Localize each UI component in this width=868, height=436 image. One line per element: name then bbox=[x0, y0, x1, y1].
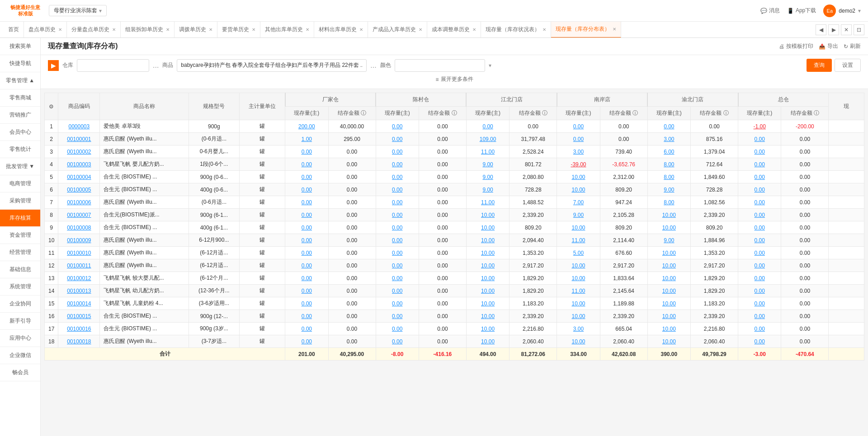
refresh-btn[interactable]: ↻ 刷新 bbox=[844, 42, 861, 50]
cell-jb-amount: 31,797.48 bbox=[509, 133, 557, 145]
product-code-link[interactable]: 00100012 bbox=[67, 275, 91, 281]
sidebar-item-marketing[interactable]: 营销推广 bbox=[0, 107, 40, 124]
sidebar-item-finance[interactable]: 资金管理 bbox=[0, 227, 40, 244]
tab-assemble[interactable]: 组装拆卸单历史✕ bbox=[121, 22, 175, 38]
cell-yb-stock: 10.00 bbox=[647, 259, 690, 272]
cell-name: 合生元 (BIOSTIME) ... bbox=[100, 323, 189, 335]
product-code-link[interactable]: 00100011 bbox=[67, 263, 91, 269]
product-code-link[interactable]: 0000003 bbox=[68, 123, 90, 130]
tab-other-out-close[interactable]: ✕ bbox=[306, 27, 309, 32]
cell-zc-stock: 0.00 bbox=[738, 272, 781, 285]
sidebar-item-apps[interactable]: 应用中心 bbox=[0, 330, 40, 347]
tab-purchase-out-close[interactable]: ✕ bbox=[252, 27, 255, 32]
sidebar-item-ops[interactable]: 经营管理 bbox=[0, 244, 40, 261]
product-code-link[interactable]: 00100014 bbox=[67, 300, 91, 307]
sidebar-item-retail-stats[interactable]: 零售统计 bbox=[0, 141, 40, 158]
tab-stock-dist-close[interactable]: ✕ bbox=[613, 27, 616, 32]
sidebar-item-search[interactable]: 搜索英单 bbox=[0, 38, 40, 55]
tab-cost-adjust-close[interactable]: ✕ bbox=[472, 27, 476, 32]
export-btn[interactable]: 📤 导出 bbox=[819, 42, 838, 50]
color-dropdown-icon[interactable]: ▾ bbox=[489, 62, 491, 69]
product-dots[interactable]: ... bbox=[370, 61, 376, 70]
product-code-link[interactable]: 00100002 bbox=[67, 149, 91, 155]
tab-stock-status[interactable]: 现存量（库存状况表）✕ bbox=[481, 22, 551, 38]
tab-stock-split[interactable]: 分量盘点单历史✕ bbox=[67, 22, 121, 38]
cell-cv-stock: 0.00 bbox=[376, 297, 419, 310]
tab-stocklist[interactable]: 盘点单历史✕ bbox=[24, 22, 67, 38]
tab-product-in[interactable]: 产成品入库单历史✕ bbox=[368, 22, 427, 38]
tab-stock-split-close[interactable]: ✕ bbox=[112, 27, 116, 32]
sidebar-item-enterprise[interactable]: 企业协同 bbox=[0, 295, 40, 313]
cell-extra bbox=[829, 234, 864, 247]
tab-home[interactable]: 首页 bbox=[4, 22, 24, 38]
warehouse-input[interactable] bbox=[77, 59, 149, 72]
table-container[interactable]: ⚙ 商品编码 商品名称 规格型号 主计量单位 厂家仓 陈村仓 江北门店 南岸店 … bbox=[41, 89, 868, 436]
sidebar-item-member[interactable]: 会员中心 bbox=[0, 124, 40, 141]
sidebar-item-newbie[interactable]: 新手引导 bbox=[0, 313, 40, 330]
tab-expand-btn[interactable]: ⊡ bbox=[854, 24, 864, 35]
sidebar-item-inventory[interactable]: 库存核算 bbox=[0, 210, 40, 227]
product-code-link[interactable]: 00100009 bbox=[67, 237, 91, 244]
tab-material-out[interactable]: 材料出库单历史✕ bbox=[314, 22, 368, 38]
product-code-link[interactable]: 00100010 bbox=[67, 250, 91, 256]
warehouse-dots[interactable]: ... bbox=[153, 61, 159, 70]
tab-transfer-close[interactable]: ✕ bbox=[209, 27, 212, 32]
product-code-link[interactable]: 00100008 bbox=[67, 225, 91, 231]
product-code-link[interactable]: 00100003 bbox=[67, 161, 91, 168]
footer-extra bbox=[829, 348, 864, 361]
th-settings[interactable]: ⚙ bbox=[45, 93, 58, 120]
cell-jb-stock: 109.00 bbox=[466, 133, 509, 145]
cell-unit: 罐 bbox=[239, 209, 285, 221]
cell-name: 飞鹤星飞帆 婴儿配方奶... bbox=[100, 158, 189, 171]
message-btn[interactable]: 💬 消息 bbox=[760, 7, 780, 14]
footer-cv-stock: -8.00 bbox=[376, 348, 419, 361]
sidebar-item-retail-mall[interactable]: 零售商城 bbox=[0, 89, 40, 107]
sidebar-item-system[interactable]: 系统管理 bbox=[0, 278, 40, 295]
brand-selector[interactable]: 母婴行业演示陈套 ▾ bbox=[49, 5, 107, 16]
product-code-link[interactable]: 00100001 bbox=[67, 136, 91, 142]
sidebar-item-member2[interactable]: 畅会员 bbox=[0, 364, 40, 381]
sidebar-item-ecommerce[interactable]: 电商管理 bbox=[0, 175, 40, 192]
tab-material-out-close[interactable]: ✕ bbox=[359, 27, 363, 32]
filter-expand-btn[interactable]: ▶ bbox=[48, 60, 59, 71]
color-input[interactable] bbox=[395, 59, 485, 72]
cell-zc-amount: 0.00 bbox=[781, 171, 829, 183]
tab-stock-dist[interactable]: 现存量（库存分布表）✕ bbox=[551, 22, 621, 38]
cell-code: 00100004 bbox=[58, 171, 100, 183]
sidebar-item-nav[interactable]: 快捷导航 bbox=[0, 55, 40, 72]
product-code-link[interactable]: 00100005 bbox=[67, 187, 91, 193]
tab-stocklist-close[interactable]: ✕ bbox=[58, 27, 62, 32]
app-download-btn[interactable]: 📱 App下载 bbox=[787, 7, 816, 14]
query-btn[interactable]: 查询 bbox=[807, 59, 832, 72]
tab-cost-adjust[interactable]: 成本调整单历史✕ bbox=[427, 22, 481, 38]
user-area[interactable]: Ea demo2 ▾ bbox=[823, 5, 861, 17]
tab-product-in-close[interactable]: ✕ bbox=[419, 27, 422, 32]
product-code-link[interactable]: 00100004 bbox=[67, 174, 91, 180]
sidebar-item-retail-manage[interactable]: 零售管理 ▲ bbox=[0, 72, 40, 89]
product-code-link[interactable]: 00100006 bbox=[67, 199, 91, 206]
tab-other-out[interactable]: 其他出库单历史✕ bbox=[260, 22, 314, 38]
cell-unit: 罐 bbox=[239, 183, 285, 196]
print-btn[interactable]: 🖨 按模板打印 bbox=[779, 42, 813, 50]
tab-transfer[interactable]: 调拨单历史✕ bbox=[175, 22, 217, 38]
tab-next-btn[interactable]: ▶ bbox=[828, 24, 839, 35]
product-code-link[interactable]: 00100015 bbox=[67, 313, 91, 319]
sidebar-item-wholesale[interactable]: 批发管理 ▼ bbox=[0, 158, 40, 175]
product-input[interactable] bbox=[177, 59, 367, 72]
product-code-link[interactable]: 00100016 bbox=[67, 326, 91, 332]
expand-more-btn[interactable]: ≡ 展开更多条件 bbox=[48, 74, 861, 85]
tab-assemble-close[interactable]: ✕ bbox=[166, 27, 170, 32]
tab-stock-status-close[interactable]: ✕ bbox=[542, 27, 546, 32]
product-code-link[interactable]: 00100018 bbox=[67, 338, 91, 345]
cell-yb-stock: 10.00 bbox=[647, 209, 690, 221]
setting-btn[interactable]: 设置 bbox=[835, 59, 861, 72]
tab-prev-btn[interactable]: ◀ bbox=[816, 24, 826, 35]
sidebar-item-purchase[interactable]: 采购管理 bbox=[0, 192, 40, 210]
sidebar-item-basic[interactable]: 基础信息 bbox=[0, 261, 40, 278]
tab-close-all-btn[interactable]: ✕ bbox=[841, 24, 852, 35]
tab-purchase-out[interactable]: 要货单历史✕ bbox=[217, 22, 260, 38]
product-code-link[interactable]: 00100013 bbox=[67, 288, 91, 294]
cell-cv-stock: 0.00 bbox=[376, 171, 419, 183]
product-code-link[interactable]: 00100007 bbox=[67, 212, 91, 218]
sidebar-item-wechat[interactable]: 企业微信 bbox=[0, 347, 40, 364]
